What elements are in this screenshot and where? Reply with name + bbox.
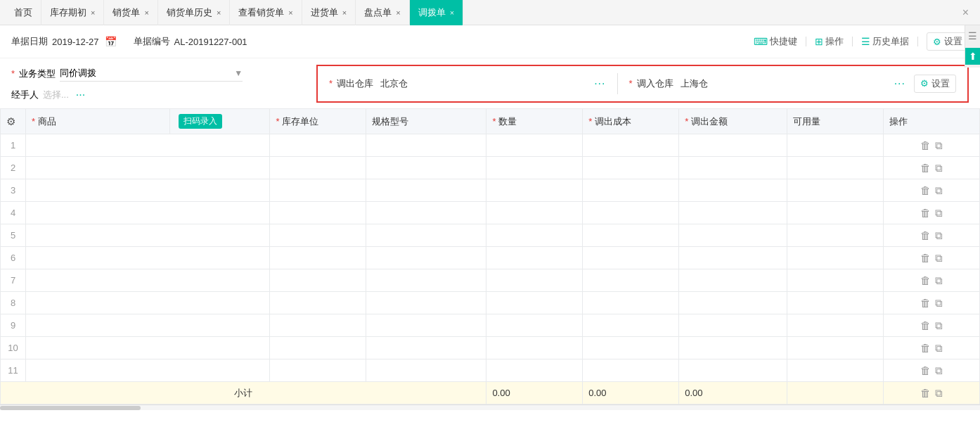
copy-icon[interactable]: ⧉ xyxy=(935,207,943,219)
row-qty xyxy=(486,292,583,314)
row-cost xyxy=(583,179,679,202)
tab-sales-history[interactable]: 销货单历史 × xyxy=(158,0,230,25)
in-wh-value[interactable]: 上海仓 xyxy=(681,77,708,90)
row-qty xyxy=(486,359,583,382)
operation-btn[interactable]: ⊞ 操作 xyxy=(815,35,844,48)
row-product[interactable] xyxy=(26,202,270,224)
delete-icon[interactable]: 🗑 xyxy=(920,229,931,241)
person-more-icon[interactable]: ··· xyxy=(76,89,85,101)
subtotal-amount: 0.00 xyxy=(679,382,787,404)
date-value: 2019-12-27 xyxy=(52,37,99,47)
row-unit xyxy=(270,292,366,314)
delete-icon[interactable]: 🗑 xyxy=(920,297,931,309)
tab-sales-order-close[interactable]: × xyxy=(144,8,148,17)
tab-stocktake-close[interactable]: × xyxy=(396,8,400,17)
tab-inventory-init[interactable]: 库存期初 × xyxy=(41,0,104,25)
person-value[interactable]: 选择... xyxy=(43,89,69,101)
copy-icon[interactable]: ⧉ xyxy=(935,319,943,332)
delete-icon[interactable]: 🗑 xyxy=(920,207,931,219)
row-product[interactable] xyxy=(26,157,270,179)
subtotal-delete-icon[interactable]: 🗑 xyxy=(920,387,931,399)
table-row: 9 🗑 ⧉ xyxy=(1,314,980,337)
history-btn[interactable]: ☰ 历史单据 xyxy=(861,35,909,48)
copy-icon[interactable]: ⧉ xyxy=(935,274,943,287)
tab-stocktake[interactable]: 盘点单 × xyxy=(356,0,409,25)
scan-button[interactable]: 扫码录入 xyxy=(179,114,222,129)
tab-sales-order[interactable]: 销货单 × xyxy=(104,0,157,25)
tab-stocktake-label: 盘点单 xyxy=(364,6,392,19)
delete-icon[interactable]: 🗑 xyxy=(920,274,931,286)
copy-icon[interactable]: ⧉ xyxy=(935,229,943,242)
copy-icon[interactable]: ⧉ xyxy=(935,297,943,310)
row-product[interactable] xyxy=(26,314,270,337)
row-operations: 🗑 ⧉ xyxy=(884,179,980,202)
row-unit xyxy=(270,134,366,157)
section-settings-button[interactable]: ⚙ 设置 xyxy=(914,75,956,93)
delete-icon[interactable]: 🗑 xyxy=(920,139,931,151)
subtotal-copy-icon[interactable]: ⧉ xyxy=(935,387,943,400)
tab-home[interactable]: 首页 xyxy=(6,0,41,25)
sidebar-export-icon[interactable]: ⬆ xyxy=(965,48,981,65)
out-wh-value[interactable]: 北京仓 xyxy=(380,77,408,90)
th-qty-star: * xyxy=(492,116,496,127)
delete-icon[interactable]: 🗑 xyxy=(920,162,931,174)
copy-icon[interactable]: ⧉ xyxy=(935,139,943,152)
tab-transfer-label: 调拨单 xyxy=(418,6,446,19)
settings-button[interactable]: ⚙ 设置 xyxy=(927,32,969,51)
tab-view-sales[interactable]: 查看销货单 × xyxy=(230,0,302,25)
row-available xyxy=(787,179,884,202)
table-gear-icon[interactable]: ⚙ xyxy=(6,115,15,127)
tab-purchase[interactable]: 进货单 × xyxy=(302,0,356,25)
row-operations: 🗑 ⧉ xyxy=(884,292,980,314)
row-available xyxy=(787,269,884,292)
scrollbar-thumb[interactable] xyxy=(0,406,141,410)
tab-purchase-close[interactable]: × xyxy=(342,8,347,17)
doc-field: 单据编号 AL-20191227-001 xyxy=(134,35,247,48)
data-table: ⚙ * 商品 扫码录入 * 库存单位 规格型号 xyxy=(0,108,980,404)
biz-dropdown-arrow-icon[interactable]: ▼ xyxy=(234,68,243,78)
tab-view-sales-close[interactable]: × xyxy=(288,8,292,17)
sidebar-list-icon[interactable]: ☰ xyxy=(966,28,979,44)
table-row: 11 🗑 ⧉ xyxy=(1,359,980,382)
tab-bar: 首页 库存期初 × 销货单 × 销货单历史 × 查看销货单 × 进货单 × 盘点… xyxy=(0,0,980,25)
copy-icon[interactable]: ⧉ xyxy=(935,184,943,197)
tab-inventory-init-close[interactable]: × xyxy=(91,8,95,17)
th-product: * 商品 xyxy=(26,109,170,134)
copy-icon[interactable]: ⧉ xyxy=(935,252,943,265)
row-product[interactable] xyxy=(26,337,270,359)
row-operations: 🗑 ⧉ xyxy=(884,314,980,337)
th-amount-label: 调出金额 xyxy=(691,116,728,127)
tab-sales-history-close[interactable]: × xyxy=(217,8,221,17)
tab-transfer-close[interactable]: × xyxy=(450,8,454,17)
row-operations: 🗑 ⧉ xyxy=(884,202,980,224)
shortcut-label: 快捷键 xyxy=(770,35,797,48)
row-product[interactable] xyxy=(26,134,270,157)
row-product[interactable] xyxy=(26,292,270,314)
shortcut-btn[interactable]: ⌨ 快捷键 xyxy=(754,35,797,48)
delete-icon[interactable]: 🗑 xyxy=(920,252,931,264)
out-wh-dots-icon[interactable]: ··· xyxy=(594,77,605,90)
row-amount xyxy=(679,269,787,292)
delete-icon[interactable]: 🗑 xyxy=(920,364,931,376)
row-product[interactable] xyxy=(26,269,270,292)
calendar-icon[interactable]: 📅 xyxy=(105,36,117,47)
copy-icon[interactable]: ⧉ xyxy=(935,162,943,174)
tab-transfer[interactable]: 调拨单 × xyxy=(410,0,463,25)
row-product[interactable] xyxy=(26,247,270,269)
row-product[interactable] xyxy=(26,224,270,247)
delete-icon[interactable]: 🗑 xyxy=(920,184,931,196)
person-field: 经手人 选择... ··· xyxy=(11,89,305,101)
delete-icon[interactable]: 🗑 xyxy=(920,319,931,331)
row-number: 10 xyxy=(1,337,26,359)
row-product[interactable] xyxy=(26,179,270,202)
tab-bar-close-btn[interactable]: × xyxy=(957,6,974,19)
biz-type-value[interactable]: 同价调拨 xyxy=(60,67,234,79)
copy-icon[interactable]: ⧉ xyxy=(935,342,943,355)
copy-icon[interactable]: ⧉ xyxy=(935,364,943,377)
row-cost xyxy=(583,134,679,157)
row-product[interactable] xyxy=(26,359,270,382)
in-wh-dots-icon[interactable]: ··· xyxy=(894,77,905,90)
delete-icon[interactable]: 🗑 xyxy=(920,342,931,354)
scrollbar-area[interactable] xyxy=(0,404,980,410)
biz-type-label: 业务类型 xyxy=(19,68,56,80)
